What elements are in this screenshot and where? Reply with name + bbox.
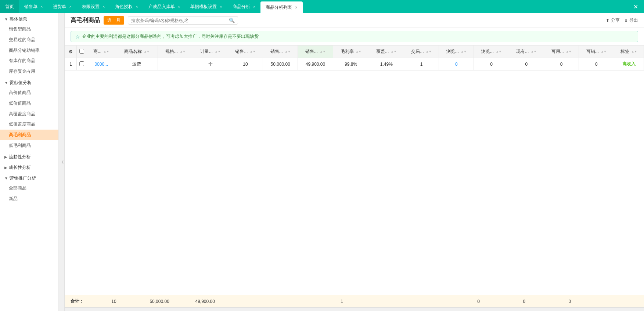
sort-icon[interactable]: ▲▼ [601, 50, 607, 53]
col-checkbox[interactable] [77, 46, 87, 58]
row-checkbox[interactable] [77, 58, 87, 70]
sidebar-group-marketing[interactable]: ▼ 营销推广分析 [0, 172, 58, 183]
col-browse2[interactable]: 浏览... ▲▼ [474, 46, 509, 58]
bottom-scrollbar[interactable] [65, 307, 644, 311]
nav-close-production[interactable]: × [178, 0, 180, 13]
sidebar-group-trend[interactable]: ▶ 流趋性分析 [0, 151, 58, 162]
col-available-stock[interactable]: 可用... ▲▼ [544, 46, 579, 58]
row-current-stock: 0 [509, 58, 544, 70]
sidebar-group-overview[interactable]: ▼ 整体信息 [0, 13, 58, 24]
nav-permission[interactable]: 权限设置 × [77, 0, 110, 13]
col-setting[interactable]: ⚙ [65, 46, 77, 58]
search-input[interactable] [131, 18, 227, 23]
table-container: ⚙ 商... ▲▼ 商品名称 ▲▼ [65, 45, 644, 295]
nav-analysis[interactable]: 商品分析 × [227, 0, 260, 13]
search-icon[interactable]: 🔍 [229, 18, 235, 23]
row-browse2: 0 [474, 58, 509, 70]
row-transaction: 1 [404, 58, 439, 70]
sidebar-item-distribution-rate[interactable]: 商品分销助销率 [0, 45, 58, 56]
sidebar-group-contribution[interactable]: ▼ 贡献值分析 [0, 77, 58, 87]
row-select-checkbox[interactable] [79, 61, 84, 66]
sidebar-item-stock-capital[interactable]: 库存资金占用 [0, 66, 58, 77]
filter-period-button[interactable]: 近一月 [104, 16, 124, 25]
nav-template[interactable]: 单据模板设置 × [185, 0, 227, 13]
footer-browse1 [364, 299, 410, 304]
col-spec[interactable]: 规格... ▲▼ [158, 46, 193, 58]
sidebar-item-all-goods[interactable]: 全部商品 [0, 183, 58, 194]
sort-icon[interactable]: ▲▼ [144, 50, 150, 53]
window-close-button[interactable]: ✕ [627, 0, 644, 13]
nav-close-purchase[interactable]: × [69, 0, 71, 13]
nav-production[interactable]: 产成品入库单 × [143, 0, 185, 13]
sidebar-item-high-margin[interactable]: 高毛利商品 [0, 130, 58, 140]
col-code[interactable]: 商... ▲▼ [87, 46, 116, 58]
sidebar-item-high-value[interactable]: 高价值商品 [0, 87, 58, 98]
settings-icon[interactable]: ⚙ [69, 49, 73, 54]
sort-icon[interactable]: ▲▼ [531, 50, 537, 53]
nav-close-sales[interactable]: × [40, 0, 43, 13]
nav-close-analysis-list[interactable]: × [295, 1, 297, 13]
sort-icon[interactable]: ▲▼ [426, 50, 432, 53]
sort-icon[interactable]: ▲▼ [356, 50, 361, 53]
footer-coverage [273, 299, 319, 304]
row-sales-amount: 50,000.00 [263, 58, 298, 70]
sort-icon[interactable]: ▲▼ [391, 50, 397, 53]
footer-cells: 10 50,000.00 49,900.00 1 0 0 0 [91, 299, 638, 304]
sort-icon[interactable]: ▲▼ [104, 50, 109, 53]
col-sales-qty[interactable]: 销售... ▲▼ [228, 46, 263, 58]
nav-close-role[interactable]: × [136, 0, 138, 13]
col-current-stock[interactable]: 现有... ▲▼ [509, 46, 544, 58]
nav-home[interactable]: 首页 [0, 0, 19, 13]
sort-icon[interactable]: ▲▼ [215, 50, 220, 53]
col-unit[interactable]: 计量... ▲▼ [193, 46, 228, 58]
sidebar-item-new-goods[interactable]: 新品 [0, 194, 58, 204]
col-tag[interactable]: 标签 ▲▼ [614, 46, 644, 58]
export-button[interactable]: ⬇ 导出 [624, 17, 638, 23]
sidebar-collapse-button[interactable]: 《 [59, 13, 65, 311]
share-button[interactable]: ⬆ 分享 [606, 17, 620, 23]
nav-role[interactable]: 角色授权 × [110, 0, 143, 13]
nav-purchase[interactable]: 进货单 × [48, 0, 76, 13]
nav-close-permission[interactable]: × [102, 0, 105, 13]
col-name[interactable]: 商品名称 ▲▼ [116, 46, 158, 58]
sort-icon[interactable]: ▲▼ [250, 50, 256, 53]
sort-icon[interactable]: ▲▼ [320, 50, 325, 53]
sidebar-item-low-coverage[interactable]: 低覆盖度商品 [0, 119, 58, 130]
select-all-checkbox[interactable] [79, 49, 84, 54]
sidebar-item-low-margin[interactable]: 低毛利商品 [0, 140, 58, 151]
col-sellable-stock[interactable]: 可销... ▲▼ [579, 46, 614, 58]
nav-sales[interactable]: 销售单 × [19, 0, 48, 13]
row-code[interactable]: 0000... [87, 58, 116, 70]
col-sales-profit[interactable]: 销售... ▲▼ [298, 46, 333, 58]
sort-icon[interactable]: ▲▼ [461, 50, 467, 53]
sort-icon[interactable]: ▲▼ [632, 50, 637, 53]
col-coverage[interactable]: 覆盖... ▲▼ [369, 46, 404, 58]
table-header-row: ⚙ 商... ▲▼ 商品名称 ▲▼ [65, 46, 644, 58]
nav-analysis-list[interactable]: 商品分析列表 × [260, 1, 302, 13]
info-icon: ☆ [75, 34, 80, 40]
nav-close-template[interactable]: × [220, 0, 222, 13]
footer-browse2 [410, 299, 456, 304]
row-browse1[interactable]: 0 [439, 58, 474, 70]
sidebar-item-stocked-goods[interactable]: 有库存的商品 [0, 55, 58, 66]
footer-sellable-stock: 0 [547, 299, 593, 304]
col-browse1[interactable]: 浏览... ▲▼ [439, 46, 474, 58]
arrow-right-icon2: ▶ [4, 166, 7, 170]
col-sales-amount[interactable]: 销售... ▲▼ [263, 46, 298, 58]
sidebar-item-low-value[interactable]: 低价值商品 [0, 98, 58, 109]
footer-sales-qty: 10 [91, 299, 137, 304]
sort-icon[interactable]: ▲▼ [566, 50, 572, 53]
arrow-right-icon: ▶ [4, 155, 7, 159]
sidebar-group-growth[interactable]: ▶ 成长性分析 [0, 162, 58, 172]
sidebar-item-traded-goods[interactable]: 交易过的商品 [0, 35, 58, 45]
col-transaction[interactable]: 交易... ▲▼ [404, 46, 439, 58]
top-nav: 首页 销售单 × 进货单 × 权限设置 × 角色授权 × 产成品入库单 × 单据… [0, 0, 644, 13]
sidebar-item-sales-goods[interactable]: 销售型商品 [0, 24, 58, 35]
footer-sales-amount: 50,000.00 [137, 299, 182, 304]
sort-icon[interactable]: ▲▼ [285, 50, 291, 53]
col-gross-margin[interactable]: 毛利率 ▲▼ [333, 46, 369, 58]
nav-close-analysis[interactable]: × [253, 0, 255, 13]
sort-icon[interactable]: ▲▼ [180, 50, 186, 53]
sidebar-item-high-coverage[interactable]: 高覆盖度商品 [0, 109, 58, 119]
sort-icon[interactable]: ▲▼ [496, 50, 501, 53]
